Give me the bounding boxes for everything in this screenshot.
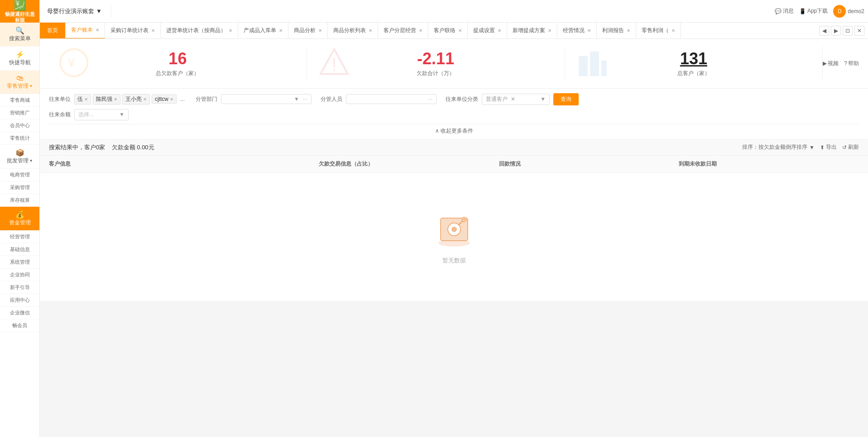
tab-close-icon[interactable]: ✕: [498, 28, 501, 33]
sidebar-item-inventory[interactable]: 库存核算: [0, 194, 39, 207]
tab-operation[interactable]: 经营情况 ✕: [557, 23, 597, 39]
unit-type-tag: 普通客户 ✕: [486, 95, 538, 103]
sidebar-item-wechat[interactable]: 企业微信: [0, 307, 39, 319]
message-label: 消息: [783, 7, 794, 15]
topnav: 母婴行业演示账套 ▼ 💬 消息 📱 App下载 D demo2: [40, 0, 868, 23]
tag-more-button[interactable]: ...: [178, 95, 187, 103]
dept-select-arrow: ▼: [294, 96, 299, 102]
tab-close-icon[interactable]: ✕: [318, 28, 322, 33]
tab-close-icon[interactable]: ✕: [548, 28, 551, 33]
sidebar-item-operation[interactable]: 经营管理: [0, 231, 39, 243]
tab-close-icon[interactable]: ✕: [671, 28, 675, 33]
filter-tags-unit: 伍 ✕ 陈民强 ✕ 王小亮 ✕ cjttcw ✕ ...: [74, 94, 187, 104]
sidebar-item-retailstat[interactable]: 零售统计: [0, 132, 39, 145]
sidebar-item-search[interactable]: 🔍 搜索菜单: [0, 23, 39, 47]
tab-profit-report[interactable]: 利润报告 ✕: [597, 23, 636, 39]
user-menu[interactable]: D demo2: [833, 5, 864, 18]
stat-number-debt-amount: -2.11: [417, 50, 454, 68]
tab-product-analysis-list[interactable]: 商品分析列表 ✕: [328, 23, 378, 39]
tag-close-3[interactable]: ✕: [143, 97, 147, 102]
tag-close-1[interactable]: ✕: [84, 97, 88, 102]
svg-text:¥: ¥: [67, 56, 75, 70]
tab-customer-contact[interactable]: 客户联络 ✕: [428, 23, 468, 39]
home-tab-label: 首页: [47, 27, 58, 34]
tag-close-4[interactable]: ✕: [170, 97, 173, 102]
tab-expand[interactable]: ⊡: [843, 26, 853, 36]
tab-close-icon[interactable]: ✕: [279, 28, 283, 33]
balance-select[interactable]: 选择... ▼: [74, 109, 129, 120]
stat-label-debt-amount: 欠款合计（万）: [417, 70, 455, 77]
sidebar-item-label: 库存核算: [2, 197, 38, 204]
stat-number-debt-customers: 16: [168, 50, 187, 68]
tab-label: 商品分析列表: [333, 27, 366, 34]
tab-retail-profit[interactable]: 零售利润（ ✕: [636, 23, 681, 39]
tab-close-all[interactable]: ✕: [854, 26, 864, 36]
stat-number-total-customers: 131: [680, 50, 707, 68]
collapse-filter-button[interactable]: ∧ 收起更多条件: [49, 124, 859, 135]
sort-button[interactable]: 排序：按欠款金额倒序排序 ▼: [742, 143, 815, 151]
tab-add-commission[interactable]: 新增提成方案 ✕: [507, 23, 557, 39]
chevron-down-icon: ▼: [29, 84, 33, 88]
stat-label-total-customers: 总客户（家）: [677, 70, 710, 77]
stat-total-customers: 131 总客户（家）: [565, 46, 823, 81]
sidebar-item-member[interactable]: 会员中心: [0, 119, 39, 132]
sidebar-item-wholesale[interactable]: 📦 批发管理 ▼: [0, 145, 39, 169]
finance-icon: 💰: [15, 210, 24, 219]
sidebar-item-changhui[interactable]: 畅会员: [0, 319, 39, 332]
sidebar-item-label: 畅会员: [2, 322, 38, 329]
dept-select[interactable]: ▼ ···: [221, 94, 312, 104]
sidebar-item-purchase[interactable]: 采购管理: [0, 181, 39, 194]
result-actions: 排序：按欠款金额倒序排序 ▼ ⬆ 导出 ↺ 刷新: [742, 143, 859, 151]
refresh-button[interactable]: ↺ 刷新: [842, 143, 859, 151]
tab-close-icon[interactable]: ✕: [458, 28, 462, 33]
unit-type-select[interactable]: 普通客户 ✕ ▼: [482, 94, 550, 105]
phone-icon: 📱: [799, 8, 806, 14]
tab-close-icon[interactable]: ✕: [151, 28, 155, 33]
sidebar-item-marketing[interactable]: 营销推广: [0, 107, 39, 119]
tab-label: 商品分析: [294, 27, 316, 34]
tab-close-icon[interactable]: ✕: [96, 28, 99, 33]
sidebar-item-sysadmin[interactable]: 系统管理: [0, 256, 39, 269]
tab-customer-ledger[interactable]: 客户账本 ✕: [66, 23, 105, 39]
tab-purchase-order-stats[interactable]: 采购订单统计表 ✕: [105, 23, 161, 39]
sidebar-item-enterprise[interactable]: 企业协同: [0, 269, 39, 281]
sidebar-item-newguide[interactable]: 新手引导: [0, 281, 39, 294]
tab-commission-setting[interactable]: 提成设置 ✕: [468, 23, 507, 39]
sidebar-item-retailmall[interactable]: 零售商城: [0, 94, 39, 107]
tab-customer-tier[interactable]: 客户分层经营 ✕: [378, 23, 428, 39]
tab-label: 客户账本: [71, 26, 93, 34]
tag-close-2[interactable]: ✕: [114, 97, 117, 102]
tab-scroll-left[interactable]: ◀: [819, 26, 829, 36]
tab-inbound-stats[interactable]: 进货单统计表（按商品） ✕: [161, 23, 238, 39]
sidebar-item-quicknav[interactable]: ⚡ 快捷导航: [0, 47, 39, 71]
svg-rect-5: [579, 56, 588, 76]
message-button[interactable]: 💬 消息: [775, 7, 794, 15]
help-link[interactable]: ? 帮助: [844, 60, 859, 67]
tab-product-analysis[interactable]: 商品分析 ✕: [288, 23, 328, 39]
app-download-button[interactable]: 📱 App下载: [799, 7, 828, 15]
sidebar-item-label: 基础信息: [2, 246, 38, 253]
tab-scroll-right[interactable]: ▶: [831, 26, 841, 36]
tab-home[interactable]: 首页: [40, 23, 66, 39]
sidebar-item-label: 零售商城: [2, 97, 38, 104]
sidebar-item-label: 企业协同: [2, 271, 38, 278]
tab-close-icon[interactable]: ✕: [419, 28, 422, 33]
sidebar-item-ecommerce[interactable]: 电商管理: [0, 169, 39, 181]
workspace-selector[interactable]: 母婴行业演示账套 ▼: [43, 5, 111, 17]
sidebar-item-finance[interactable]: 💰 资金管理: [0, 207, 39, 231]
sidebar-item-baseinfo[interactable]: 基础信息: [0, 243, 39, 256]
tab-close-icon[interactable]: ✕: [229, 28, 232, 33]
person-select[interactable]: ···: [346, 94, 436, 104]
tab-production-inbound[interactable]: 产成品入库单 ✕: [238, 23, 288, 39]
header-help-links: ▶ 视频 ? 帮助: [823, 60, 859, 67]
unit-type-tag-close[interactable]: ✕: [511, 96, 515, 102]
tab-close-icon[interactable]: ✕: [627, 28, 630, 33]
svg-rect-6: [590, 52, 599, 76]
search-button[interactable]: 查询: [553, 93, 579, 105]
sidebar-item-appcenter[interactable]: 应用中心: [0, 294, 39, 307]
tab-close-icon[interactable]: ✕: [369, 28, 372, 33]
sidebar-item-retail[interactable]: 🛍 零售管理 ▼: [0, 71, 39, 94]
tab-close-icon[interactable]: ✕: [587, 28, 591, 33]
video-link[interactable]: ▶ 视频: [823, 60, 839, 67]
export-button[interactable]: ⬆ 导出: [820, 143, 837, 151]
